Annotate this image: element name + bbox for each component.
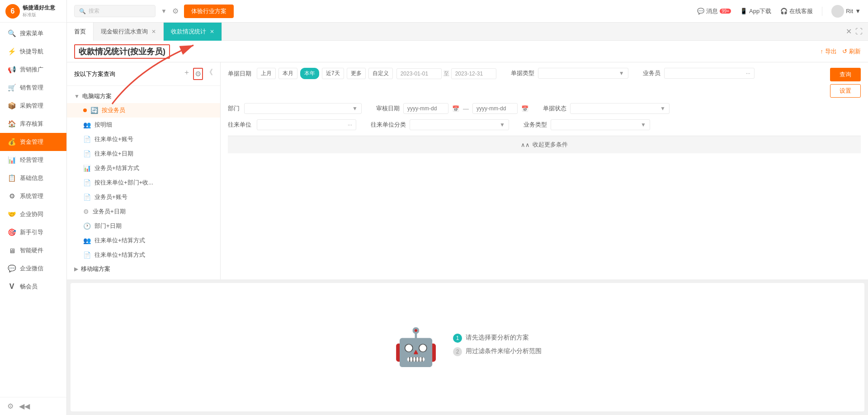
message-button[interactable]: 💬 消息 99+ [697,7,731,15]
tree-mobile-expand-icon: ▶ [74,266,78,272]
empty-state: 🤖 1 请先选择要分析的方案 2 用过滤条件来缩小分析范围 [393,326,542,368]
wechat-icon: 💬 [7,264,16,273]
user-avatar [831,5,844,18]
scheme-item-salesman-account[interactable]: 📄 业务员+账号 [67,190,220,204]
tab-window-controls: ✕ ⛶ [846,27,868,36]
filter-area: 按以下方案查询 ＋ ⚙ 《 [67,62,868,279]
partner-category-select[interactable]: ▼ [410,119,509,130]
date-btn-last-month[interactable]: 上月 [257,68,276,79]
sidebar-item-operation[interactable]: 📊 经营管理 [0,151,66,169]
settings-button[interactable]: 设置 [830,84,861,98]
tree-item-icon-dept-date: 🕐 [83,222,91,230]
close-window-icon[interactable]: ✕ [846,27,852,36]
sidebar-item-marketing[interactable]: 📢 营销推广 [0,61,66,79]
date-to-input[interactable] [451,68,496,79]
scheme-group-desktop-header[interactable]: ▼ 电脑端方案 [67,90,220,103]
filter-row-3: 往来单位 ··· 往来单位分类 ▼ [228,119,861,130]
filter-row-1: 单据日期 上月 本月 本年 近7天 更多 自定义 至 [228,68,861,98]
date-btn-last-7[interactable]: 近7天 [322,68,344,79]
header-search[interactable]: 🔍 搜索 [74,5,156,17]
sidebar-item-guide[interactable]: 🎯 新手引导 [0,223,66,241]
sidebar-item-enterprise[interactable]: 🤝 企业协同 [0,205,66,223]
bottom-settings-icon[interactable]: ⚙ [7,402,14,410]
page-content: 收款情况统计(按业务员) ↑ 导出 ↺ 刷新 按以下方案查询 [67,41,868,415]
audit-to-input[interactable] [472,103,518,114]
sidebar-item-inventory[interactable]: 🏠 库存核算 [0,115,66,133]
partner-category-label: 往来单位分类 [371,121,406,129]
tab-home[interactable]: 首页 [67,23,94,41]
audit-calendar-icon-2[interactable]: 📅 [521,105,528,112]
date-btn-more[interactable]: 更多 [347,68,366,79]
export-button[interactable]: ↑ 导出 [821,47,837,56]
refresh-button[interactable]: ↺ 刷新 [842,47,861,56]
scheme-item-partner-calc1[interactable]: 👥 往来单位+结算方式 [67,233,220,248]
bottom-collapse-icon[interactable]: ◀◀ [19,402,30,410]
filter-form: 单据日期 上月 本月 本年 近7天 更多 自定义 至 [221,62,868,279]
scheme-item-salesman-calc[interactable]: 📊 业务员+结算方式 [67,161,220,175]
collapse-icon: ∧∧ [521,141,530,148]
online-service-button[interactable]: 🎧 在线客服 [780,7,813,15]
scheme-item-by-salesman[interactable]: 🔄 按业务员 [67,103,220,118]
scheme-collapse-icon[interactable]: 《 [206,68,213,80]
tab-bank-flow-close-icon[interactable]: ✕ [151,28,156,35]
maximize-window-icon[interactable]: ⛶ [855,28,863,36]
collapse-more-bar[interactable]: ∧∧ 收起更多条件 [228,136,861,153]
audit-from-input[interactable] [403,103,448,114]
trial-button[interactable]: 体验行业方案 [184,5,234,18]
sidebar-item-capital[interactable]: 💰 资金管理 [0,133,66,151]
main-content: 🔍 搜索 ▼ ⚙ 体验行业方案 💬 消息 99+ 📱 App下载 🎧 在线客服 [67,0,868,415]
scheme-item-partner-date[interactable]: 📄 往来单位+日期 [67,146,220,161]
sidebar-nav: 🔍 搜索菜单 ⚡ 快捷导航 📢 营销推广 🛒 销售管理 📦 采购管理 🏠 库存核… [0,23,66,397]
scheme-add-icon[interactable]: ＋ [183,68,190,80]
query-button[interactable]: 查询 [830,68,861,81]
sidebar-item-search[interactable]: 🔍 搜索菜单 [0,24,66,42]
date-btn-custom[interactable]: 自定义 [368,68,393,79]
sidebar-item-wechat[interactable]: 💬 企业微信 [0,259,66,278]
scheme-item-salesman-date[interactable]: ⚙ 业务员+日期 [67,204,220,219]
scheme-item-by-detail[interactable]: 👥 按明细 [67,118,220,132]
tree-item-icon-salesman: 🔄 [90,107,98,114]
tab-collection-stats[interactable]: 收款情况统计 ✕ [164,23,222,41]
date-btn-this-year[interactable]: 本年 [300,68,319,79]
bill-status-select[interactable]: ▼ [570,103,670,114]
tab-collection-stats-close-icon[interactable]: ✕ [210,28,214,35]
dept-select[interactable]: ▼ [244,103,362,114]
type-select[interactable]: ▼ [538,68,628,79]
scheme-group-mobile-header[interactable]: ▶ 移动端方案 [67,262,220,276]
sidebar-item-sales[interactable]: 🛒 销售管理 [0,79,66,97]
sidebar-item-system[interactable]: ⚙ 系统管理 [0,187,66,205]
salesman-label: 业务员 [643,69,660,77]
date-from-input[interactable] [396,68,442,79]
user-menu[interactable]: Rit ▼ [831,5,861,18]
partner-select[interactable]: ··· [257,119,356,130]
salesman-select[interactable]: ··· [664,68,755,79]
scheme-header: 按以下方案查询 ＋ ⚙ 《 [67,62,220,86]
top-header: 🔍 搜索 ▼ ⚙ 体验行业方案 💬 消息 99+ 📱 App下载 🎧 在线客服 [67,0,868,23]
step-1-num: 1 [453,334,462,343]
app-download-button[interactable]: 📱 App下载 [740,7,771,15]
scheme-item-partner-calc2[interactable]: 📄 往来单位+结算方式 [67,248,220,262]
sidebar: 6 畅捷通好生意 标准版 🔍 搜索菜单 ⚡ 快捷导航 📢 营销推广 🛒 销售管理… [0,0,67,415]
sidebar-item-quick-nav[interactable]: ⚡ 快捷导航 [0,42,66,61]
guide-icon: 🎯 [7,228,16,237]
header-gear-icon[interactable]: ⚙ [172,7,179,15]
scheme-item-dept-date[interactable]: 🕐 部门+日期 [67,219,220,233]
business-type-select[interactable]: ▼ [551,119,650,130]
sidebar-item-hardware[interactable]: 🖥 智能硬件 [0,241,66,259]
date-btn-this-month[interactable]: 本月 [278,68,297,79]
salesman-select-arrow-icon: ··· [746,70,750,76]
audit-calendar-icon[interactable]: 📅 [452,105,459,112]
scheme-actions: ＋ ⚙ 《 [183,68,213,80]
scheme-item-partner-account[interactable]: 📄 往来单位+账号 [67,132,220,146]
date-input-group: 至 [396,68,496,79]
user-dropdown-icon: ▼ [855,8,861,14]
empty-content: 🤖 1 请先选择要分析的方案 2 用过滤条件来缩小分析范围 [393,326,542,368]
header-dropdown-icon[interactable]: ▼ [161,8,167,14]
tab-bank-flow[interactable]: 现金银行流水查询 ✕ [94,23,164,41]
scheme-item-partner-dept[interactable]: 📄 按往来单位+部门+收... [67,175,220,190]
sidebar-item-vip[interactable]: V 畅会员 [0,278,66,296]
sidebar-item-purchase[interactable]: 📦 采购管理 [0,97,66,115]
refresh-icon: ↺ [842,48,847,55]
sidebar-item-base[interactable]: 📋 基础信息 [0,169,66,187]
scheme-settings-icon[interactable]: ⚙ [193,68,203,80]
